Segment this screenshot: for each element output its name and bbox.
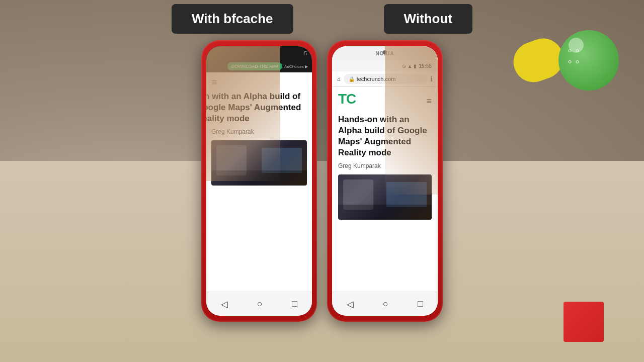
- phone-right-inner: NOKIA ⊙ ▲ ▮ 15:55 ⌂ 🔒 techcrun: [332, 46, 438, 316]
- hand-overlay-right: [385, 46, 438, 195]
- right-nav-bar: ◁ ○ □: [332, 292, 438, 316]
- hand-overlay-left: [206, 46, 280, 181]
- home-nav-icon[interactable]: ⌂: [337, 76, 341, 82]
- phone-left-inner: 5 DOWNLOAD THE APP AdChoices ▶ ≡ -on wit…: [206, 46, 312, 316]
- phone-left: 5 DOWNLOAD THE APP AdChoices ▶ ≡ -on wit…: [201, 40, 317, 322]
- right-recents-button[interactable]: □: [418, 299, 423, 309]
- colored-blocks: [564, 302, 604, 342]
- phone-right: NOKIA ⊙ ▲ ▮ 15:55 ⌂ 🔒 techcrun: [327, 40, 443, 322]
- phones-container: 5 DOWNLOAD THE APP AdChoices ▶ ≡ -on wit…: [201, 40, 443, 322]
- without-label: Without: [384, 4, 473, 34]
- tc-logo-text: TC: [338, 91, 356, 107]
- tc-logo: TC: [338, 91, 356, 107]
- left-nav-bar: ◁ ○ □: [206, 292, 312, 316]
- ad-choices: AdChoices ▶: [284, 64, 308, 69]
- with-bfcache-label: With bfcache: [172, 4, 293, 34]
- right-home-button[interactable]: ○: [383, 299, 388, 309]
- green-cup: [558, 30, 619, 90]
- label-container: With bfcache Without: [0, 0, 644, 34]
- left-back-button[interactable]: ◁: [221, 299, 228, 310]
- left-home-button[interactable]: ○: [257, 299, 263, 309]
- left-recents-button[interactable]: □: [292, 299, 297, 309]
- lock-icon: 🔒: [349, 76, 355, 82]
- right-back-button[interactable]: ◁: [347, 299, 354, 310]
